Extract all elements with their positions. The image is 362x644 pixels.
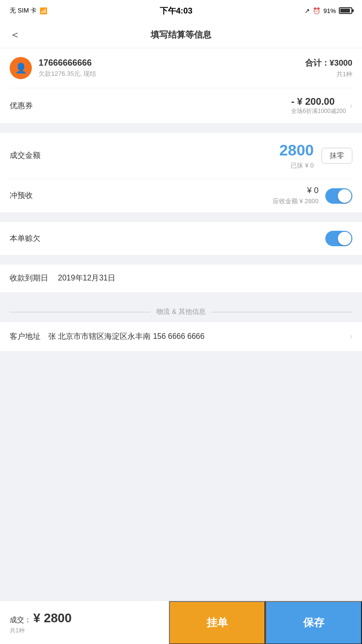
transaction-sub: 已抹 ¥ 0 [291,161,314,170]
section-header: 物流 & 其他信息 [0,302,362,322]
due-date-label: 收款到期日 [10,273,48,283]
address-value: 张 北京市市辖区海淀区永丰南 156 6666 6666 [48,331,350,342]
credit-label: 本单赊欠 [10,234,41,244]
customer-total: 合计：¥3000 共1种 [305,57,352,79]
nav-bar: ＜ 填写结算等信息 [0,21,362,48]
save-button[interactable]: 保存 [265,601,362,644]
avatar: 👤 [10,57,32,79]
location-icon: ↗ [305,7,310,14]
bottom-info: 成交： ¥ 2800 共1种 [0,611,169,635]
due-date-card: 收款到期日 2019年12月31日 [0,265,362,292]
gray-separator-3 [0,260,362,265]
total-amount: 合计：¥3000 [305,57,352,69]
alarm-icon: ⏰ [313,7,320,14]
coupon-right: - ¥ 200.00 全场6折满1000减200 › [291,96,352,115]
avatar-icon: 👤 [15,62,27,74]
transaction-card: 成交金额 2800 已抹 ¥ 0 抹零 冲预收 ¥ 0 应收金额 ¥ 2800 [0,133,362,212]
transaction-amount-col: 2800 已抹 ¥ 0 [279,141,314,170]
address-chevron-icon: › [350,332,352,341]
bottom-transaction-row: 成交： ¥ 2800 [10,611,159,626]
main-content: 👤 17666666666 欠款1276.35元, 现结 合计：¥3000 共1… [0,48,362,448]
bottom-spacer [0,361,362,399]
transaction-row: 成交金额 2800 已抹 ¥ 0 抹零 [0,133,362,179]
prepayment-toggle[interactable] [325,188,352,204]
transaction-amount: 2800 [279,141,314,159]
back-button[interactable]: ＜ [10,28,29,42]
transaction-label: 成交金额 [10,151,41,161]
due-date-row: 收款到期日 2019年12月31日 [0,265,362,292]
gray-separator-5 [0,356,362,361]
section-line-right [211,312,352,312]
customer-info: 17666666666 欠款1276.35元, 现结 [39,58,96,78]
battery-icon [339,7,352,14]
section-header-text: 物流 & 其他信息 [156,308,205,316]
customer-row: 👤 17666666666 欠款1276.35元, 现结 合计：¥3000 共1… [0,48,362,88]
prepayment-receivable: 应收金额 ¥ 2800 [273,197,319,206]
prepayment-right: ¥ 0 应收金额 ¥ 2800 [273,186,352,206]
wifi-icon: 📶 [40,7,47,14]
carrier-text: 无 SIM 卡 [10,6,37,15]
bottom-bar: 成交： ¥ 2800 共1种 挂单 保存 [0,601,362,644]
status-time: 下午4:03 [160,5,193,16]
customer-phone: 17666666666 [39,58,96,68]
coupon-discount: - ¥ 200.00 [291,96,346,107]
round-zero-button[interactable]: 抹零 [321,148,352,164]
address-card: 客户地址 张 北京市市辖区海淀区永丰南 156 6666 6666 › [0,322,362,351]
gray-separator-2 [0,217,362,222]
section-line-left [10,312,151,312]
credit-row: 本单赊欠 [0,222,362,255]
due-date-value: 2019年12月31日 [58,273,115,283]
coupon-label: 优惠券 [10,101,33,111]
bottom-transaction-label: 成交： [10,616,31,625]
address-row[interactable]: 客户地址 张 北京市市辖区海淀区永丰南 156 6666 6666 › [0,322,362,351]
hang-button[interactable]: 挂单 [169,601,265,644]
page-title: 填写结算等信息 [151,29,211,41]
chevron-right-icon: › [350,101,352,110]
prepayment-amount: ¥ 0 [273,186,319,196]
coupon-detail: 全场6折满1000减200 [291,107,346,115]
prepayment-row: 冲预收 ¥ 0 应收金额 ¥ 2800 [0,179,362,212]
bottom-amount: ¥ 2800 [33,611,72,626]
gray-separator-1 [0,128,362,133]
customer-left: 👤 17666666666 欠款1276.35元, 现结 [10,57,96,79]
gray-separator-4 [0,297,362,302]
status-left: 无 SIM 卡 📶 [10,6,47,15]
credit-toggle[interactable] [325,231,352,246]
toggle-thumb [338,189,351,203]
prepayment-label: 冲预收 [10,191,33,201]
bottom-count: 共1种 [10,627,159,635]
prepayment-amount-col: ¥ 0 应收金额 ¥ 2800 [273,186,319,206]
battery-text: 91% [323,7,336,14]
customer-card: 👤 17666666666 欠款1276.35元, 现结 合计：¥3000 共1… [0,48,362,123]
total-count: 共1种 [305,70,352,79]
credit-toggle-thumb [338,232,351,245]
status-right: ↗ ⏰ 91% [305,7,352,14]
credit-card: 本单赊欠 [0,222,362,255]
address-label: 客户地址 [10,332,41,342]
customer-debt: 欠款1276.35元, 现结 [39,70,96,78]
coupon-row[interactable]: 优惠券 - ¥ 200.00 全场6折满1000减200 › [0,88,362,123]
status-bar: 无 SIM 卡 📶 下午4:03 ↗ ⏰ 91% [0,0,362,21]
